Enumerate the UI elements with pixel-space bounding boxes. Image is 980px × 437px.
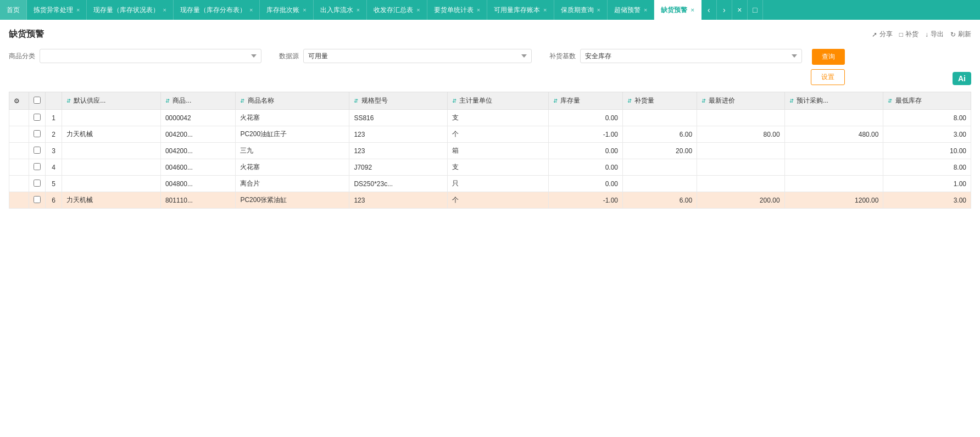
row-spec-3: J7092 [349, 159, 448, 176]
tab-fullscreen-button[interactable]: □ [748, 0, 763, 20]
row-check-2[interactable] [34, 147, 41, 154]
export-button[interactable]: ↓ 导出 [925, 30, 944, 39]
col-replenish[interactable]: ⇵ 补货量 [623, 92, 697, 110]
col-default-supplier[interactable]: ⇵ 默认供应... [62, 92, 161, 110]
sort-icon-code: ⇵ [165, 98, 170, 104]
row-check-4[interactable] [34, 180, 41, 187]
tab-shortage[interactable]: 缺货预警 × [654, 0, 701, 20]
row-num-1: 2 [46, 126, 62, 143]
col-min-stock[interactable]: ⇵ 最低库存 [883, 92, 971, 110]
category-filter: 商品分类 [9, 49, 261, 63]
row-unit-2: 箱 [448, 143, 549, 159]
sort-icon-min: ⇵ [888, 98, 892, 104]
ai-badge[interactable]: Ai [953, 72, 971, 85]
datasource-select[interactable]: 可用量 [303, 49, 532, 63]
row-checkbox-5[interactable] [29, 192, 46, 209]
col-est-purchase[interactable]: ⇵ 预计采购... [784, 92, 883, 110]
row-code-5: 801110... [160, 192, 236, 209]
close-inout-tab[interactable]: × [357, 7, 360, 13]
close-overstock-tab[interactable]: × [644, 7, 647, 13]
tab-overstock[interactable]: 超储预警 × [608, 0, 654, 20]
tab-inout[interactable]: 出入库流水 × [314, 0, 367, 20]
col-spec[interactable]: ⇵ 规格型号 [349, 92, 448, 110]
tab-available[interactable]: 可用量库存账本 × [487, 0, 554, 20]
table-header: ⚙ ⇵ 默认供应... ⇵ 商品... ⇵ 商品名称 ⇵ [9, 92, 971, 110]
row-replenish-2: 20.00 [623, 143, 697, 159]
sort-icon-replenish: ⇵ [627, 98, 632, 104]
close-collect-tab[interactable]: × [416, 7, 420, 13]
col-product-name[interactable]: ⇵ 商品名称 [236, 92, 349, 110]
tab-next-button[interactable]: › [717, 0, 732, 20]
page-header: 缺货预警 ➚ 分享 □ 补货 ↓ 导出 ↻ 刷新 [9, 29, 971, 40]
category-select[interactable] [40, 49, 261, 63]
row-check-5[interactable] [34, 196, 41, 203]
table-body: 1 0000042 火花塞 SS816 支 0.00 8.00 2 力天机械 0… [9, 110, 971, 209]
row-checkbox-1[interactable] [29, 126, 46, 143]
row-price-5: 200.00 [697, 192, 785, 209]
row-code-2: 004200... [160, 143, 236, 159]
share-button[interactable]: ➚ 分享 [872, 30, 893, 39]
tab-order-stat[interactable]: 要货单统计表 × [427, 0, 487, 20]
row-gear-0[interactable] [9, 110, 29, 126]
row-gear-2[interactable] [9, 143, 29, 159]
tab-collect[interactable]: 收发存汇总表 × [367, 0, 427, 20]
tab-close-all-button[interactable]: × [732, 0, 748, 20]
row-gear-4[interactable] [9, 176, 29, 192]
sort-icon-stock: ⇵ [553, 98, 558, 104]
col-unit[interactable]: ⇵ 主计量单位 [448, 92, 549, 110]
row-est-5: 1200.00 [784, 192, 883, 209]
row-min-stock-0: 8.00 [883, 110, 971, 126]
col-settings[interactable]: ⚙ [9, 92, 29, 110]
row-spec-4: DS250*23c... [349, 176, 448, 192]
replenish-basis-select[interactable]: 安全库存 [580, 49, 802, 63]
row-gear-1[interactable] [9, 126, 29, 143]
row-checkbox-2[interactable] [29, 143, 46, 159]
col-stock[interactable]: ⇵ 库存量 [548, 92, 622, 110]
row-stock-4: 0.00 [548, 176, 622, 192]
settings-button[interactable]: 设置 [811, 69, 845, 85]
close-order-stat-tab[interactable]: × [477, 7, 480, 13]
row-check-3[interactable] [34, 163, 41, 170]
action-buttons: 查询 设置 [811, 49, 845, 85]
row-gear-5[interactable] [9, 192, 29, 209]
col-product-code[interactable]: ⇵ 商品... [160, 92, 236, 110]
close-stock-status-tab[interactable]: × [163, 7, 166, 13]
replenish-basis-label: 补货基数 [549, 52, 576, 61]
col-latest-price[interactable]: ⇵ 最新进价 [697, 92, 785, 110]
row-check-1[interactable] [34, 130, 41, 137]
row-checkbox-4[interactable] [29, 176, 46, 192]
tab-expiry[interactable]: 保质期查询 × [554, 0, 608, 20]
close-stock-dist-tab[interactable]: × [249, 7, 253, 13]
refresh-button[interactable]: ↻ 刷新 [950, 30, 971, 39]
tab-stock-status[interactable]: 现存量（库存状况表） × [87, 0, 173, 20]
row-checkbox-0[interactable] [29, 110, 46, 126]
tab-home[interactable]: 首页 [0, 0, 27, 20]
replenish-button[interactable]: □ 补货 [899, 30, 918, 39]
row-supplier-4 [62, 176, 161, 192]
row-replenish-5: 6.00 [623, 192, 697, 209]
query-button[interactable]: 查询 [812, 49, 845, 65]
tab-exception[interactable]: 拣货异常处理 × [27, 0, 87, 20]
row-name-5: PC200张紧油缸 [236, 192, 349, 209]
table-row: 2 力天机械 004200... PC200油缸庄子 123 个 -1.00 6… [9, 126, 971, 143]
close-shortage-tab[interactable]: × [691, 7, 694, 13]
close-batch-tab[interactable]: × [303, 7, 306, 13]
tab-prev-button[interactable]: ‹ [701, 0, 717, 20]
tab-batch[interactable]: 库存批次账 × [260, 0, 313, 20]
close-available-tab[interactable]: × [543, 7, 547, 13]
row-spec-5: 123 [349, 192, 448, 209]
table-row: 1 0000042 火花塞 SS816 支 0.00 8.00 [9, 110, 971, 126]
row-gear-3[interactable] [9, 159, 29, 176]
col-checkbox[interactable] [29, 92, 46, 110]
row-num-0: 1 [46, 110, 62, 126]
close-exception-tab[interactable]: × [76, 7, 80, 13]
refresh-icon: ↻ [950, 31, 956, 38]
tab-stock-dist[interactable]: 现存量（库存分布表） × [174, 0, 260, 20]
select-all-checkbox[interactable] [34, 97, 41, 104]
close-expiry-tab[interactable]: × [597, 7, 600, 13]
row-min-stock-3: 8.00 [883, 159, 971, 176]
row-checkbox-3[interactable] [29, 159, 46, 176]
row-check-0[interactable] [34, 114, 41, 121]
row-code-4: 004800... [160, 176, 236, 192]
row-est-3 [784, 159, 883, 176]
